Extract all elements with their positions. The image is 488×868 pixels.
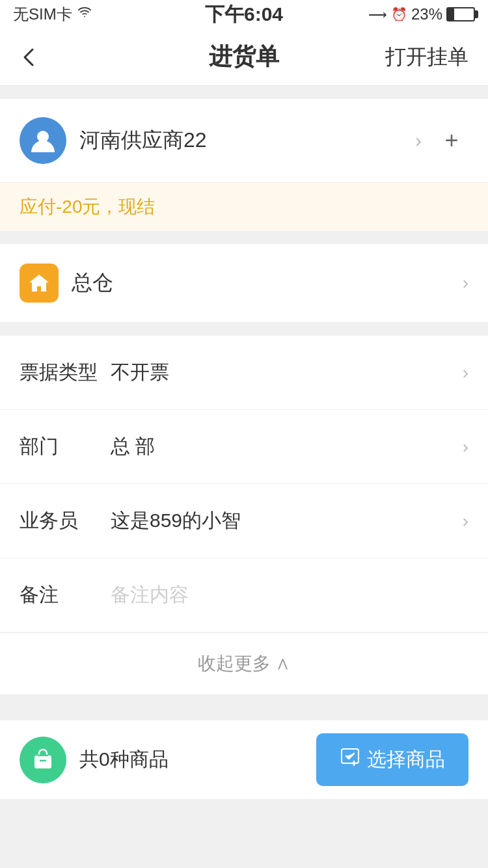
supplier-section: 河南供应商22 › + 应付-20元，现结 (0, 99, 488, 231)
section-gap-2 (0, 231, 488, 244)
salesperson-label: 业务员 (20, 508, 111, 534)
salesperson-chevron-icon: › (463, 511, 468, 532)
battery-text: 23% (411, 5, 442, 23)
form-section: 票据类型 不开票 › 部门 总 部 › 业务员 这是859的小智 › 备注 备注… (0, 336, 488, 694)
warehouse-row[interactable]: 总仓 › (0, 244, 488, 323)
department-value: 总 部 (111, 433, 463, 460)
warehouse-icon (20, 264, 59, 303)
form-row-invoice[interactable]: 票据类型 不开票 › (0, 336, 488, 410)
page-background (0, 799, 488, 868)
page-title: 进货单 (209, 41, 279, 73)
svg-rect-2 (34, 755, 51, 768)
select-product-label: 选择商品 (367, 746, 445, 773)
collapse-button[interactable]: 收起更多 ∧ (0, 632, 488, 694)
department-label: 部门 (20, 433, 111, 460)
supplier-row[interactable]: 河南供应商22 › + (0, 99, 488, 183)
add-supplier-button[interactable]: + (435, 124, 468, 157)
remark-label: 备注 (20, 582, 111, 608)
back-button[interactable] (20, 43, 39, 72)
battery-icon (446, 7, 475, 21)
warehouse-chevron-icon: › (463, 273, 468, 293)
select-product-button[interactable]: 选择商品 (316, 733, 468, 786)
product-count: 共0种商品 (79, 746, 316, 773)
status-left: 无SIM卡 (13, 4, 92, 25)
carrier-text: 无SIM卡 (13, 4, 72, 25)
product-bar: 共0种商品 选择商品 (0, 720, 488, 799)
status-right: ⟶ ⏰ 23% (368, 5, 475, 23)
status-bar: 无SIM卡 下午6:04 ⟶ ⏰ 23% (0, 0, 488, 29)
invoice-chevron-icon: › (463, 362, 468, 383)
section-gap-3 (0, 323, 488, 336)
section-gap-1 (0, 86, 488, 99)
supplier-name: 河南供应商22 (79, 126, 415, 155)
invoice-label: 票据类型 (20, 359, 111, 386)
supplier-avatar (20, 117, 66, 164)
section-gap-4 (0, 694, 488, 707)
notice-banner: 应付-20元，现结 (0, 183, 488, 231)
alarm-icon: ⏰ (391, 7, 407, 22)
svg-point-0 (84, 16, 85, 18)
wifi-icon (77, 5, 92, 23)
department-chevron-icon: › (463, 437, 468, 457)
nav-bar: 进货单 打开挂单 (0, 29, 488, 86)
select-icon (340, 747, 360, 772)
open-pending-button[interactable]: 打开挂单 (385, 43, 468, 72)
form-row-remark[interactable]: 备注 备注内容 (0, 558, 488, 632)
supplier-chevron-icon: › (415, 129, 422, 152)
warehouse-name: 总仓 (72, 269, 463, 297)
remark-value: 备注内容 (111, 582, 468, 608)
invoice-value: 不开票 (111, 359, 463, 386)
location-icon: ⟶ (368, 7, 387, 22)
status-time: 下午6:04 (205, 1, 283, 28)
form-row-salesperson[interactable]: 业务员 这是859的小智 › (0, 484, 488, 558)
form-row-department[interactable]: 部门 总 部 › (0, 410, 488, 484)
product-icon (20, 737, 66, 783)
salesperson-value: 这是859的小智 (111, 508, 463, 534)
